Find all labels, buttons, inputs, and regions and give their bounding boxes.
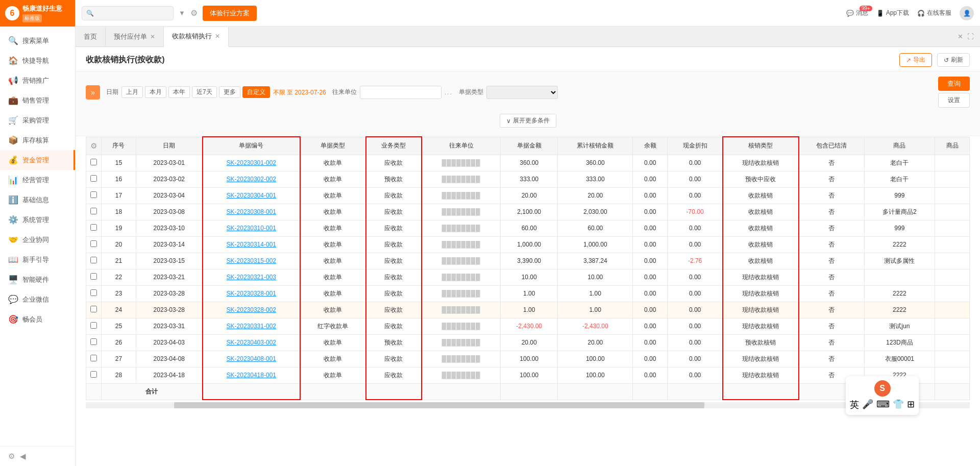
sidebar-item-guide[interactable]: 📖 新手引导 [0,250,75,269]
date-range-display: 不限 至 2023-07-26 [273,88,326,97]
gear-settings-icon[interactable]: ⚙ [190,8,198,18]
online-service-label: 在线客服 [927,9,951,17]
row-checkbox[interactable] [90,355,97,361]
sidebar-item-hardware[interactable]: 🖥️ 智能硬件 [0,269,75,289]
row-checkbox[interactable] [90,322,97,329]
scrollbar-thumb[interactable] [174,402,704,408]
setting-button[interactable]: 设置 [938,93,970,108]
row-checkbox[interactable] [90,306,97,312]
messages-item[interactable]: 💬 消息 99+ [846,9,868,17]
date-this-year[interactable]: 本年 [168,86,190,98]
cell-voucher_no[interactable]: SK-20230315-002 [203,253,300,269]
sidebar-item-wechat[interactable]: 💬 企业微信 [0,289,75,309]
sidebar-label-guide: 新手引导 [22,255,49,264]
close-all-icon[interactable]: ✕ [958,33,963,40]
row-checkbox[interactable] [90,257,97,263]
date-custom[interactable]: 自定义 [242,86,270,98]
sidebar-item-enterprise[interactable]: 🤝 企业协同 [0,230,75,250]
tshirt-icon[interactable]: 👕 [893,399,904,411]
partner-input[interactable] [360,86,442,99]
row-checkbox[interactable] [90,240,97,247]
cell-product2 [935,302,970,318]
cell-partner: ████████ [422,155,501,171]
cell-checkbox [86,253,102,269]
app-download-item[interactable]: 📱 App下载 [876,9,909,17]
tab-collection-close[interactable]: ✕ [215,33,220,40]
cell-voucher_no[interactable]: SK-20230314-001 [203,236,300,253]
cell-voucher_no[interactable]: SK-20230304-001 [203,187,300,204]
tab-prepay[interactable]: 预付应付单 ✕ [106,27,164,46]
sidebar-item-basic[interactable]: ℹ️ 基础信息 [0,190,75,210]
row-checkbox[interactable] [90,273,97,280]
column-settings-button[interactable]: ⚙ [90,141,97,151]
cell-voucher_no[interactable]: SK-20230328-002 [203,302,300,318]
settings-button[interactable]: ⚙ [8,452,15,461]
sidebar-item-system[interactable]: ⚙️ 系统管理 [0,210,75,230]
expand-button[interactable]: ∨ 展开更多条件 [500,114,556,128]
row-checkbox[interactable] [90,159,97,165]
cell-voucher_no[interactable]: SK-20230301-002 [203,155,300,171]
cell-voucher_no[interactable]: SK-20230331-002 [203,318,300,334]
user-avatar[interactable]: 👤 [960,6,974,20]
mic-icon[interactable]: 🎤 [862,399,873,411]
sidebar-item-sales[interactable]: 💼 销售管理 [0,90,75,110]
row-checkbox[interactable] [90,371,97,378]
horizontal-scrollbar[interactable] [86,402,970,408]
keyboard-icon[interactable]: ⌨ [876,399,890,411]
cell-voucher_no[interactable]: SK-20230302-002 [203,171,300,187]
sidebar-item-marketing[interactable]: 📢 营销推广 [0,70,75,90]
row-checkbox[interactable] [90,191,97,198]
row-checkbox[interactable] [90,224,97,231]
refresh-button[interactable]: ↺ 刷新 [937,53,970,67]
cell-voucher_type: 收款单 [300,171,366,187]
tab-home[interactable]: 首页 [76,27,106,46]
translate-icon[interactable]: 英 [850,399,859,411]
cell-amount: 100.00 [501,351,558,367]
filter-toggle-button[interactable]: » [86,85,100,100]
export-button[interactable]: ↗ 导出 [899,53,932,67]
cell-voucher_no[interactable]: SK-20230310-001 [203,220,300,236]
sidebar-item-finance[interactable]: 💰 资金管理 [0,150,75,170]
maximize-icon[interactable]: ⛶ [967,33,974,40]
sidebar-label-wechat: 企业微信 [22,295,49,304]
row-checkbox[interactable] [90,338,97,345]
date-this-month[interactable]: 本月 [145,86,166,98]
sidebar-item-quicknav[interactable]: 🏠 快捷导航 [0,51,75,70]
logo-badge: 标推版 [22,14,42,22]
date-more[interactable]: 更多 [219,86,240,98]
date-7days[interactable]: 近7天 [192,86,217,98]
sidebar-item-search[interactable]: 🔍 搜索菜单 [0,31,75,51]
footer-balance [633,383,668,400]
cell-voucher_no[interactable]: SK-20230328-001 [203,285,300,302]
topbar-search-box[interactable]: 🔍 [82,6,174,20]
sidebar-item-member[interactable]: 🎯 畅会员 [0,309,75,329]
tab-prepay-label: 预付应付单 [114,32,147,41]
voucher-type-select[interactable] [486,86,558,99]
table-row: 232023-03-28SK-20230328-001收款单应收款███████… [86,285,970,302]
cell-voucher_no[interactable]: SK-20230418-001 [203,367,300,383]
cell-voucher_no[interactable]: SK-20230308-001 [203,204,300,220]
cell-cash_discount: 0.00 [668,155,723,171]
cell-biz_type: 应收款 [366,367,422,383]
cell-voucher_type: 收款单 [300,367,366,383]
date-last-month[interactable]: 上月 [121,86,143,98]
cell-voucher_no[interactable]: SK-20230403-002 [203,334,300,351]
cell-voucher_no[interactable]: SK-20230408-001 [203,351,300,367]
collapse-button[interactable]: ◀ [20,452,26,461]
cell-voucher_no[interactable]: SK-20230321-003 [203,269,300,285]
sidebar-item-purchase[interactable]: 🛒 采购管理 [0,110,75,130]
cell-product2 [935,269,970,285]
sidebar-item-operations[interactable]: 📊 经营管理 [0,170,75,190]
tab-prepay-close[interactable]: ✕ [150,33,155,40]
row-checkbox[interactable] [90,208,97,214]
row-checkbox[interactable] [90,175,97,182]
tab-collection[interactable]: 收款核销执行 ✕ [164,27,229,47]
dropdown-arrow-icon[interactable]: ▼ [179,9,185,17]
sidebar-item-inventory[interactable]: 📦 库存核算 [0,130,75,150]
online-service-item[interactable]: 🎧 在线客服 [917,9,951,17]
query-button[interactable]: 查询 [938,77,970,91]
row-checkbox[interactable] [90,289,97,296]
data-table: ⚙ 序号 日期 单据编号 单据类型 业务类型 往来单位 单据金额 累计核销金额 … [86,136,970,400]
solution-button[interactable]: 体验行业方案 [203,6,257,21]
apps-icon[interactable]: ⊞ [907,399,915,411]
